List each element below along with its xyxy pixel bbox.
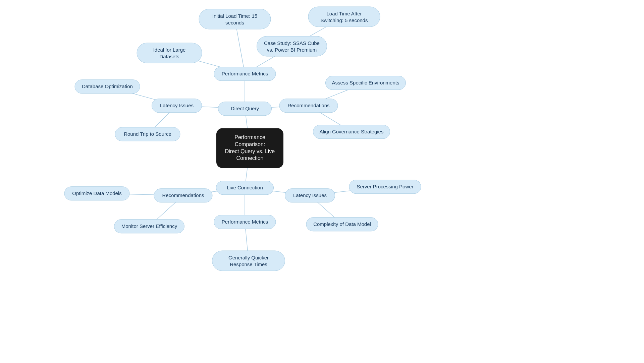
node-case_study[interactable]: Case Study: SSAS Cube vs. Power BI Premi… [257,36,327,57]
node-monitor_server[interactable]: Monitor Server Efficiency [114,219,184,233]
node-load_after_switch[interactable]: Load Time After Switching: 5 seconds [308,7,380,27]
node-align_gov[interactable]: Align Governance Strategies [313,125,390,139]
node-assess_env[interactable]: Assess Specific Environments [325,76,406,90]
node-recommendations_bottom[interactable]: Recommendations [154,188,213,202]
node-latency_issues_top[interactable]: Latency Issues [152,99,202,113]
node-optimize_models[interactable]: Optimize Data Models [64,186,130,200]
node-server_processing[interactable]: Server Processing Power [349,180,421,194]
node-complexity[interactable]: Complexity of Data Model [306,217,378,231]
node-direct_query[interactable]: Direct Query [218,102,272,116]
node-initial_load[interactable]: Initial Load Time: 15 seconds [199,9,271,29]
node-generally_quicker[interactable]: Generally Quicker Response Times [212,251,285,271]
node-ideal_large[interactable]: Ideal for Large Datasets [137,43,202,63]
node-round_trip[interactable]: Round Trip to Source [115,127,180,141]
node-latency_issues_bottom[interactable]: Latency Issues [285,188,335,202]
mindmap-container: Performance Comparison: Direct Query vs.… [0,0,644,363]
node-perf_metrics_bottom[interactable]: Performance Metrics [214,215,276,229]
node-recommendations_top[interactable]: Recommendations [279,99,338,113]
node-perf_metrics_top[interactable]: Performance Metrics [214,67,276,81]
node-db_optimization[interactable]: Database Optimization [75,79,140,94]
center-node[interactable]: Performance Comparison: Direct Query vs.… [216,128,283,168]
node-live_connection[interactable]: Live Connection [216,181,274,195]
